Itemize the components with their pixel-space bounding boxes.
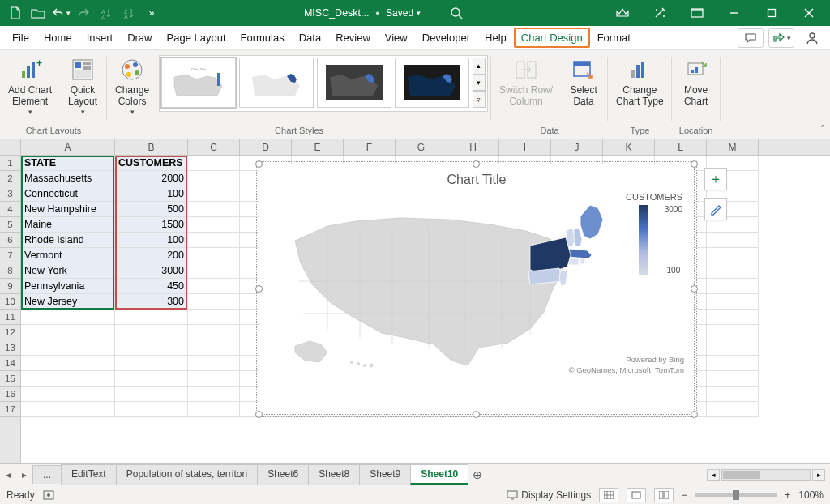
row-header[interactable]: 5: [0, 217, 20, 233]
row-header[interactable]: 10: [0, 294, 20, 310]
sort-asc-icon[interactable]: AZ: [96, 2, 117, 23]
view-page-layout-button[interactable]: [627, 488, 646, 502]
hscroll-left[interactable]: ◂: [707, 469, 720, 481]
cell[interactable]: [115, 340, 188, 356]
column-header[interactable]: H: [447, 139, 499, 155]
chart-style-4[interactable]: [395, 58, 469, 108]
comments-button[interactable]: [738, 28, 764, 48]
cell[interactable]: 450: [115, 279, 188, 294]
tab-developer[interactable]: Developer: [415, 28, 477, 48]
resize-handle-se[interactable]: [691, 411, 698, 418]
resize-handle-nw[interactable]: [255, 160, 263, 168]
column-header[interactable]: B: [115, 139, 188, 155]
tab-home[interactable]: Home: [36, 28, 79, 48]
macro-record-icon[interactable]: [43, 489, 56, 501]
account-icon[interactable]: [799, 28, 825, 48]
zoom-slider-thumb[interactable]: [733, 490, 739, 500]
cell[interactable]: [188, 279, 240, 294]
tab-file[interactable]: File: [5, 28, 36, 48]
row-header[interactable]: 15: [0, 371, 20, 387]
cell[interactable]: [21, 310, 115, 325]
select-data-button[interactable]: Select Data: [563, 55, 605, 109]
collapse-ribbon-icon[interactable]: ˄: [820, 124, 825, 135]
tab-page-layout[interactable]: Page Layout: [160, 28, 233, 48]
add-sheet-button[interactable]: ⊕: [468, 468, 487, 481]
hscroll-thumb[interactable]: [723, 471, 760, 479]
cell[interactable]: [115, 325, 188, 340]
cell[interactable]: [115, 371, 188, 387]
chart-style-2[interactable]: [239, 58, 314, 108]
cell[interactable]: [707, 279, 759, 294]
cell[interactable]: [707, 356, 759, 371]
row-header[interactable]: 7: [0, 248, 20, 263]
cell[interactable]: [188, 310, 240, 325]
tab-chart-design[interactable]: Chart Design: [514, 28, 590, 48]
select-all-triangle[interactable]: [0, 139, 21, 155]
cell[interactable]: 100: [115, 186, 188, 202]
cell[interactable]: 100: [115, 233, 188, 248]
open-folder-icon[interactable]: [28, 2, 49, 23]
cell[interactable]: [115, 310, 188, 325]
gallery-more[interactable]: ▿: [473, 91, 486, 108]
cell[interactable]: [21, 356, 115, 371]
close-button[interactable]: [791, 0, 827, 26]
sheet-tab[interactable]: Population of states, territori: [116, 464, 258, 485]
row-header[interactable]: 9: [0, 279, 20, 294]
cell[interactable]: 1500: [115, 217, 188, 233]
column-header[interactable]: A: [21, 139, 115, 155]
cell[interactable]: 2000: [115, 171, 188, 186]
cell[interactable]: [188, 217, 240, 233]
hscroll-right[interactable]: ▸: [812, 469, 825, 481]
ribbon-mode-icon[interactable]: [679, 0, 715, 26]
sheet-tab[interactable]: Sheet10: [410, 464, 468, 485]
cell[interactable]: [707, 325, 759, 340]
cell[interactable]: [188, 387, 240, 402]
gallery-scroll-up[interactable]: ▴: [473, 58, 486, 75]
column-header[interactable]: L: [655, 139, 707, 155]
tab-view[interactable]: View: [378, 28, 415, 48]
sheet-tab[interactable]: Sheet8: [308, 464, 360, 485]
tab-nav-prev[interactable]: ◂: [0, 469, 16, 481]
cell[interactable]: 200: [115, 248, 188, 263]
cell[interactable]: [188, 402, 240, 417]
change-chart-type-button[interactable]: Change Chart Type: [611, 55, 668, 109]
cell[interactable]: New York: [21, 263, 115, 279]
cell[interactable]: [707, 387, 759, 402]
resize-handle-s[interactable]: [473, 411, 480, 418]
premium-icon[interactable]: [605, 0, 640, 26]
cell[interactable]: Rhode Island: [21, 233, 115, 248]
cell[interactable]: Connecticut: [21, 186, 115, 202]
cell[interactable]: Pennsylvania: [21, 279, 115, 294]
sheet-tab[interactable]: EditText: [61, 464, 117, 485]
cell[interactable]: [188, 248, 240, 263]
tab-formulas[interactable]: Formulas: [233, 28, 292, 48]
maximize-button[interactable]: [754, 0, 789, 26]
cell[interactable]: [707, 294, 759, 310]
cell[interactable]: New Hampshire: [21, 202, 115, 217]
redo-icon[interactable]: [73, 2, 94, 23]
cell[interactable]: [188, 171, 240, 186]
cell[interactable]: Vermont: [21, 248, 115, 263]
row-header[interactable]: 14: [0, 356, 20, 371]
cell[interactable]: CUSTOMERS: [115, 156, 188, 171]
column-header[interactable]: D: [240, 139, 292, 155]
cell[interactable]: [707, 340, 759, 356]
qat-overflow-icon[interactable]: »: [141, 2, 162, 23]
cell[interactable]: [115, 387, 188, 402]
cell[interactable]: [188, 294, 240, 310]
cell[interactable]: STATE: [21, 156, 115, 171]
chart-object[interactable]: Chart Title CUSTOMERS 3000 100: [259, 164, 695, 415]
cell[interactable]: 300: [115, 294, 188, 310]
tab-insert[interactable]: Insert: [79, 28, 121, 48]
cell[interactable]: [707, 402, 759, 417]
cell[interactable]: [188, 356, 240, 371]
gallery-scroll-down[interactable]: ▾: [473, 75, 486, 92]
share-button[interactable]: ▾: [768, 28, 794, 48]
row-header[interactable]: 13: [0, 340, 20, 356]
zoom-slider[interactable]: [695, 493, 777, 497]
magic-icon[interactable]: [642, 0, 678, 26]
tab-help[interactable]: Help: [477, 28, 514, 48]
row-header[interactable]: 11: [0, 310, 20, 325]
cell[interactable]: New Jersey: [21, 294, 115, 310]
save-state[interactable]: Saved▾: [386, 7, 421, 19]
